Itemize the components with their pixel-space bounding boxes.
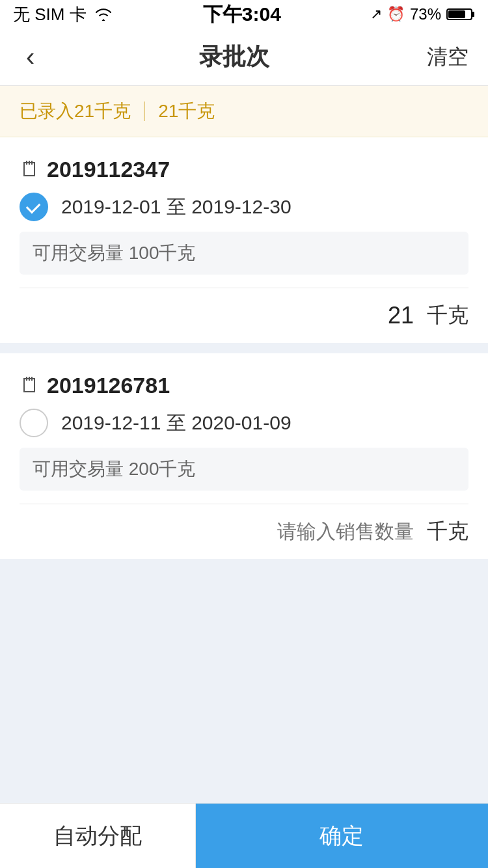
svg-rect-1 <box>472 12 474 17</box>
batch-header-1: 🗒 2019112347 <box>20 157 468 182</box>
banner-divider <box>144 102 145 121</box>
batch-doc-icon-2: 🗒 <box>20 373 40 398</box>
footer: 自动分配 确定 <box>0 803 488 868</box>
batch-id-1: 2019112347 <box>47 157 170 182</box>
battery-icon <box>446 7 475 21</box>
batch-available-2: 可用交易量 200千克 <box>20 448 468 491</box>
confirm-button[interactable]: 确定 <box>196 804 488 868</box>
batch-quantity-input-2[interactable] <box>167 521 414 543</box>
batch-doc-icon-1: 🗒 <box>20 157 40 182</box>
nav-bar: ‹ 录批次 清空 <box>0 29 488 86</box>
carrier-text: 无 SIM 卡 <box>13 3 87 26</box>
batch-input-row-1: 21 千克 <box>20 288 468 343</box>
status-time: 下午3:04 <box>203 1 281 28</box>
status-bar: 无 SIM 卡 下午3:04 ↗ ⏰ 73% <box>0 0 488 29</box>
radio-2[interactable] <box>20 409 48 437</box>
info-banner: 已录入21千克 21千克 <box>0 86 488 137</box>
wifi-icon <box>93 7 114 21</box>
battery-text: 73% <box>410 5 441 23</box>
batch-card-1: 🗒 2019112347 2019-12-01 至 2019-12-30 可用交… <box>0 137 488 343</box>
content-area: 🗒 2019112347 2019-12-01 至 2019-12-30 可用交… <box>0 137 488 868</box>
status-indicators: ↗ ⏰ 73% <box>370 5 475 23</box>
batch-input-row-2: 千克 <box>20 504 468 559</box>
page-title: 录批次 <box>199 41 269 73</box>
batch-id-2: 2019126781 <box>47 373 170 398</box>
alarm-icon: ⏰ <box>387 6 405 23</box>
batch-card-2: 🗒 2019126781 2019-12-11 至 2020-01-09 可用交… <box>0 353 488 559</box>
batch-date-row-2: 2019-12-11 至 2020-01-09 <box>20 409 468 437</box>
batch-date-2: 2019-12-11 至 2020-01-09 <box>61 410 291 437</box>
location-icon: ↗ <box>370 6 382 23</box>
batch-available-1: 可用交易量 100千克 <box>20 232 468 275</box>
batch-date-1: 2019-12-01 至 2019-12-30 <box>61 194 291 221</box>
batch-header-2: 🗒 2019126781 <box>20 373 468 398</box>
confirm-label: 确定 <box>319 821 364 851</box>
batch-unit-1: 千克 <box>427 301 468 330</box>
batch-input-value-1: 21 <box>362 302 414 329</box>
recorded-amount-value: 21千克 <box>158 99 215 124</box>
batch-unit-2: 千克 <box>427 517 468 546</box>
back-button[interactable]: ‹ <box>20 36 41 78</box>
svg-rect-2 <box>448 10 465 18</box>
recorded-amount-label: 已录入21千克 <box>20 99 131 124</box>
auto-distribute-button[interactable]: 自动分配 <box>0 804 196 868</box>
auto-distribute-label: 自动分配 <box>53 821 142 851</box>
radio-1[interactable] <box>20 193 48 221</box>
status-carrier: 无 SIM 卡 <box>13 3 114 26</box>
section-divider-1 <box>0 343 488 353</box>
clear-button[interactable]: 清空 <box>427 43 468 72</box>
batch-date-row-1: 2019-12-01 至 2019-12-30 <box>20 193 468 221</box>
